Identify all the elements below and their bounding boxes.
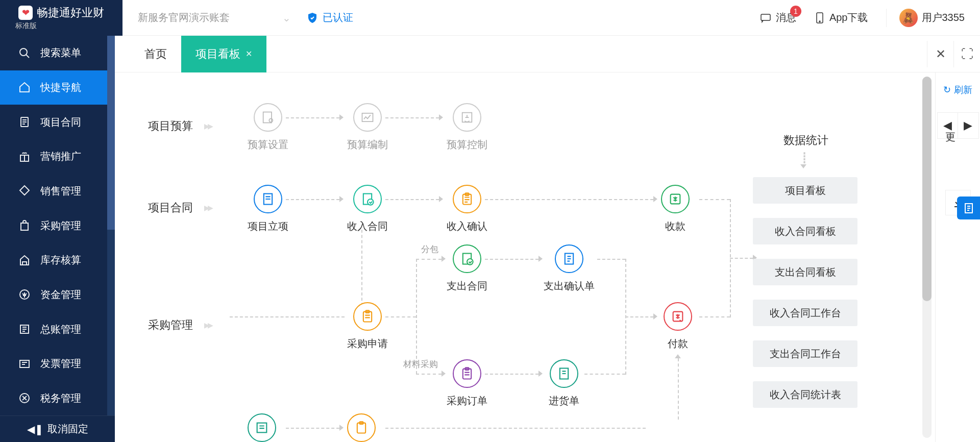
sidebar-item-ledger[interactable]: 总账管理	[0, 312, 115, 347]
node-income-contract[interactable]: 收入合同	[347, 185, 388, 233]
verified-text: 已认证	[323, 11, 353, 24]
svg-rect-30	[257, 423, 267, 433]
svg-point-17	[368, 199, 374, 205]
account-name: 新服务官网演示账套	[138, 11, 230, 24]
node-label: 收入确认	[447, 219, 487, 233]
sidebar-item-contract[interactable]: 项目合同	[0, 105, 115, 139]
shield-icon	[306, 12, 318, 24]
node-label: 支出确认单	[544, 279, 595, 293]
refresh-button[interactable]: ↻ 刷新	[943, 78, 972, 102]
node-goods-receipt[interactable]: 进货单	[549, 359, 579, 408]
sidebar-item-purchase[interactable]: 采购管理	[0, 208, 115, 243]
row-label-budget: 项目预算	[148, 118, 193, 134]
pager: ◀ ▶	[937, 112, 979, 139]
tab-home[interactable]: 首页	[130, 36, 181, 72]
branch-label-sub: 分包	[421, 243, 438, 255]
node-project-init[interactable]: 项目立项	[248, 185, 288, 233]
node-label: 收款	[665, 219, 685, 233]
node-income-confirm[interactable]: 收入确认	[447, 185, 487, 233]
node-receipt[interactable]: 收款	[661, 185, 690, 233]
right-rail: ↻ 刷新 ◀ ▶	[935, 72, 980, 442]
node-payment[interactable]: 付款	[664, 302, 692, 351]
sidebar-item-quicknav[interactable]: 快捷导航	[0, 70, 115, 105]
pager-next-button[interactable]: ▶	[958, 113, 978, 138]
node-budget-control[interactable]: 预算控制	[447, 103, 487, 152]
stat-btn-3[interactable]: 收入合同工作台	[753, 300, 857, 326]
close-icon[interactable]: ✕	[246, 49, 252, 59]
tab-label: 首页	[144, 46, 167, 62]
arrow-down-icon: ┋	[801, 152, 807, 164]
node-purchase-order[interactable]: 采购订单	[447, 359, 487, 408]
brand-logo-icon: ❤	[18, 6, 33, 20]
tag-icon	[18, 184, 31, 198]
svg-point-24	[467, 259, 473, 265]
tabs-close-all-button[interactable]: ✕	[927, 41, 953, 67]
tab-project-board[interactable]: 项目看板 ✕	[181, 36, 266, 72]
node-label: 项目立项	[248, 219, 288, 233]
content: 首页 项目看板 ✕ ✕ ⛶ 项目预算 项目合同 采购管理 ▶▶ ▶▶ ▶▶	[115, 36, 980, 442]
sidebar-item-search[interactable]: 搜索菜单	[0, 36, 115, 70]
sidebar-item-invoice[interactable]: 发票管理	[0, 347, 115, 381]
user-menu[interactable]: 🧸 用户3355	[886, 9, 965, 27]
invoice-icon	[18, 357, 31, 371]
node-label: 采购订单	[447, 394, 487, 408]
sidebar-item-inventory[interactable]: 库存核算	[0, 243, 115, 278]
svg-rect-0	[761, 14, 770, 20]
chevron-down-icon: ⌄	[282, 12, 291, 24]
stat-btn-2[interactable]: 支出合同看板	[753, 259, 857, 285]
svg-point-12	[269, 118, 273, 122]
brand-block: ❤ 畅捷通好业财 标准版	[0, 0, 122, 36]
brand-edition: 标准版	[15, 21, 37, 31]
house-icon	[18, 254, 31, 267]
branch-label-material: 材料采购	[403, 358, 438, 370]
brand-name: 畅捷通好业财	[37, 5, 104, 20]
floating-action-button[interactable]	[957, 197, 980, 219]
sidebar-item-sales[interactable]: 销售管理	[0, 174, 115, 209]
account-selector[interactable]: 新服务官网演示账套 ⌄	[122, 11, 306, 24]
node-expense-confirm[interactable]: 支出确认单	[544, 244, 595, 293]
sidebar-item-marketing[interactable]: 营销推广	[0, 139, 115, 174]
fullscreen-button[interactable]: ⛶	[953, 41, 980, 67]
node-expense-contract[interactable]: 支出合同	[447, 244, 487, 293]
svg-rect-6	[21, 223, 28, 230]
node-budget-compile[interactable]: 预算编制	[347, 103, 388, 152]
chevron-right-icon: ▶▶	[204, 204, 211, 212]
sidebar-item-funds[interactable]: 资金管理	[0, 278, 115, 312]
home-icon	[18, 81, 31, 94]
flow-canvas: 项目预算 项目合同 采购管理 ▶▶ ▶▶ ▶▶ 预算设置 预算编制 预算控制	[115, 72, 980, 442]
sidebar-item-label: 搜索菜单	[40, 46, 81, 60]
tab-bar: 首页 项目看板 ✕ ✕ ⛶	[115, 36, 980, 72]
sidebar-unpin-button[interactable]: ◀❚ 取消固定	[0, 415, 115, 442]
sidebar-item-label: 税务管理	[40, 391, 81, 405]
messages-button[interactable]: 消息 1	[760, 11, 796, 24]
phone-icon	[814, 12, 825, 24]
sidebar-item-label: 总账管理	[40, 323, 81, 336]
rail-partial-text: 更	[945, 130, 955, 144]
sidebar-item-label: 资金管理	[40, 288, 81, 302]
node-label: 采购申请	[347, 337, 388, 351]
node-bottom-2[interactable]	[347, 413, 376, 442]
ledger-icon	[18, 323, 31, 336]
svg-rect-13	[362, 113, 373, 121]
node-purchase-request[interactable]: 采购申请	[347, 302, 388, 351]
sidebar-item-tax[interactable]: 税务管理	[0, 381, 115, 416]
sidebar-item-label: 销售管理	[40, 184, 81, 198]
sidebar-scrollbar[interactable]	[107, 36, 115, 415]
tax-icon	[18, 391, 31, 405]
unpin-label: 取消固定	[47, 422, 88, 436]
sidebar-item-label: 快捷导航	[40, 81, 81, 94]
row-label-contract: 项目合同	[148, 200, 193, 215]
sidebar-item-label: 库存核算	[40, 253, 81, 267]
stat-btn-0[interactable]: 项目看板	[753, 177, 857, 204]
canvas-scrollbar[interactable]	[922, 77, 932, 438]
sidebar-item-label: 营销推广	[40, 150, 81, 163]
node-label: 预算控制	[447, 138, 487, 152]
stat-btn-5[interactable]: 收入合同统计表	[753, 381, 857, 408]
node-budget-settings[interactable]: 预算设置	[248, 103, 288, 152]
node-label: 预算编制	[347, 138, 388, 152]
stat-btn-4[interactable]: 支出合同工作台	[753, 340, 857, 367]
stat-btn-1[interactable]: 收入合同看板	[753, 218, 857, 244]
app-download-button[interactable]: App下载	[814, 11, 868, 24]
node-label: 进货单	[549, 394, 579, 408]
node-bottom-1[interactable]	[248, 413, 276, 442]
